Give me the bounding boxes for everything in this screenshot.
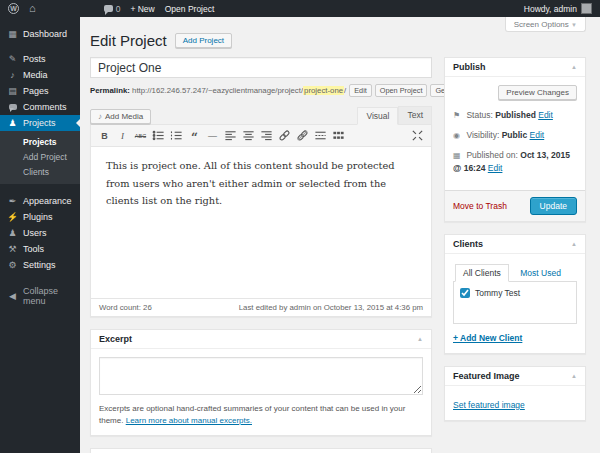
collapse-toggle-icon[interactable]: ▲ <box>417 336 423 342</box>
comment-bubble-icon <box>7 103 18 112</box>
featured-image-header[interactable]: Featured Image ▲ <box>445 367 585 386</box>
italic-button[interactable]: I <box>114 128 131 143</box>
publishing-actions: Move to Trash Update <box>445 190 585 221</box>
remove-link-button[interactable] <box>294 128 311 143</box>
publish-title: Publish <box>453 62 486 72</box>
align-left-button[interactable] <box>222 128 239 143</box>
align-center-button[interactable] <box>240 128 257 143</box>
strikethrough-button[interactable]: ABC <box>132 128 149 143</box>
users-icon: ♟ <box>7 229 18 238</box>
admin-bar-open-project[interactable]: Open Project <box>165 4 215 14</box>
excerpt-title: Excerpt <box>99 334 132 344</box>
collapse-toggle-icon[interactable]: ▲ <box>571 373 577 379</box>
sidebar-item-label: Posts <box>23 54 46 64</box>
collapse-menu-button[interactable]: ◀ Collapse menu <box>0 283 80 309</box>
submenu-item-clients[interactable]: Clients <box>0 164 80 179</box>
current-menu-arrow <box>72 119 80 127</box>
sidebar-item-label: Comments <box>23 102 67 112</box>
sidebar-column: Publish ▲ Preview Changes ⚑ Status: Publ… <box>444 57 586 433</box>
tab-visual[interactable]: Visual <box>357 107 398 125</box>
pages-icon: ▤ <box>7 87 18 96</box>
manual-excerpts-link[interactable]: Learn more about manual excerpts. <box>126 416 252 425</box>
published-on-row: ▦ Published on: Oct 13, 2015 @ 16:24 Edi… <box>453 149 577 175</box>
update-button[interactable]: Update <box>530 197 577 215</box>
home-icon[interactable]: ⌂ <box>29 3 36 14</box>
dashboard-icon: ▦ <box>7 30 18 39</box>
tab-most-used[interactable]: Most Used <box>513 265 568 281</box>
sidebar-item-dashboard[interactable]: ▦ Dashboard <box>0 26 80 42</box>
clients-metabox: Clients ▲ All Clients Most Used Tommy Te… <box>444 234 586 354</box>
horizontal-rule-button[interactable]: — <box>204 128 221 143</box>
post-content-text: This is project one. All of this content… <box>106 157 416 210</box>
edit-published-link[interactable]: Edit <box>488 163 503 173</box>
visibility-eye-icon: ◉ <box>453 130 464 142</box>
custom-fields-header[interactable]: Custom Fields ▲ <box>91 449 431 453</box>
add-project-button[interactable]: Add Project <box>175 33 232 48</box>
admin-bar-new[interactable]: + New <box>130 4 154 14</box>
edit-permalink-button[interactable]: Edit <box>349 84 372 97</box>
screen-options-tab[interactable]: Screen Options ▼ <box>505 17 586 32</box>
sidebar-item-settings[interactable]: ⚙ Settings <box>0 257 80 273</box>
post-content-area[interactable]: This is project one. All of this content… <box>91 147 431 298</box>
numbered-list-button[interactable] <box>168 128 185 143</box>
post-title-input[interactable] <box>90 57 432 78</box>
sidebar-item-pages[interactable]: ▤ Pages <box>0 83 80 99</box>
excerpt-header[interactable]: Excerpt ▲ <box>91 330 431 349</box>
collapse-toggle-icon[interactable]: ▲ <box>571 241 577 247</box>
admin-bar-comments[interactable]: 0 <box>104 4 121 14</box>
submenu-item-add-project[interactable]: Add Project <box>0 149 80 164</box>
bold-button[interactable]: B <box>96 128 113 143</box>
add-new-client-link[interactable]: + Add New Client <box>453 333 522 343</box>
sidebar-item-label: Plugins <box>23 212 53 222</box>
excerpt-textarea[interactable] <box>99 357 423 395</box>
blockquote-button[interactable]: “ <box>186 128 203 143</box>
sidebar-item-appearance[interactable]: ✒ Appearance <box>0 193 80 209</box>
set-featured-image-link[interactable]: Set featured image <box>453 400 525 410</box>
published-label: Published on: <box>466 150 518 160</box>
tab-all-clients[interactable]: All Clients <box>455 264 509 282</box>
add-media-label: Add Media <box>105 112 143 121</box>
word-count: Word count: 26 <box>99 303 152 312</box>
editor-toolbar: B I ABC “ — <box>91 125 431 147</box>
more-tag-button[interactable] <box>312 128 329 143</box>
clients-header[interactable]: Clients ▲ <box>445 235 585 254</box>
insert-link-button[interactable] <box>276 128 293 143</box>
client-name: Tommy Test <box>475 288 520 298</box>
sidebar-item-posts[interactable]: ✎ Posts <box>0 51 80 67</box>
tab-text[interactable]: Text <box>398 106 432 124</box>
sidebar-item-media[interactable]: ♪ Media <box>0 67 80 83</box>
admin-bar-account[interactable]: Howdy, admin <box>524 3 592 14</box>
publish-header[interactable]: Publish ▲ <box>445 58 585 77</box>
content-editor: B I ABC “ — <box>90 124 432 317</box>
sidebar-item-tools[interactable]: ⚒ Tools <box>0 241 80 257</box>
move-to-trash-link[interactable]: Move to Trash <box>453 201 507 211</box>
sidebar-item-comments[interactable]: Comments <box>0 99 80 115</box>
visibility-value: Public <box>502 130 528 140</box>
main-content: Screen Options ▼ Edit Project Add Projec… <box>80 17 600 453</box>
editor-tools: ♪ Add Media Visual Text <box>90 106 432 124</box>
open-project-button[interactable]: Open Project <box>375 84 428 97</box>
submenu-item-projects[interactable]: Projects <box>0 134 80 149</box>
sidebar-item-projects[interactable]: ♟ Projects <box>0 115 80 131</box>
visibility-row: ◉ Visibility: Public Edit <box>453 129 577 142</box>
client-list-item[interactable]: Tommy Test <box>460 288 570 298</box>
align-right-button[interactable] <box>258 128 275 143</box>
permalink-slug[interactable]: project-one <box>303 86 344 95</box>
post-status-icon: ⚑ <box>453 110 464 122</box>
fullscreen-icon[interactable] <box>409 128 426 143</box>
sidebar-item-label: Users <box>23 228 47 238</box>
visibility-label: Visibility: <box>466 130 499 140</box>
edit-visibility-link[interactable]: Edit <box>530 130 545 140</box>
preview-changes-button[interactable]: Preview Changes <box>498 85 577 100</box>
edit-status-link[interactable]: Edit <box>538 110 553 120</box>
sidebar-item-users[interactable]: ♟ Users <box>0 225 80 241</box>
collapse-toggle-icon[interactable]: ▲ <box>571 64 577 70</box>
add-media-button[interactable]: ♪ Add Media <box>90 109 151 124</box>
client-checkbox[interactable] <box>460 288 470 298</box>
wordpress-logo-icon[interactable]: W <box>8 3 19 14</box>
toolbar-toggle-button[interactable] <box>330 128 347 143</box>
bullet-list-button[interactable] <box>150 128 167 143</box>
appearance-icon: ✒ <box>7 197 18 206</box>
sidebar-item-plugins[interactable]: ⚡ Plugins <box>0 209 80 225</box>
pin-icon: ✎ <box>7 55 18 64</box>
